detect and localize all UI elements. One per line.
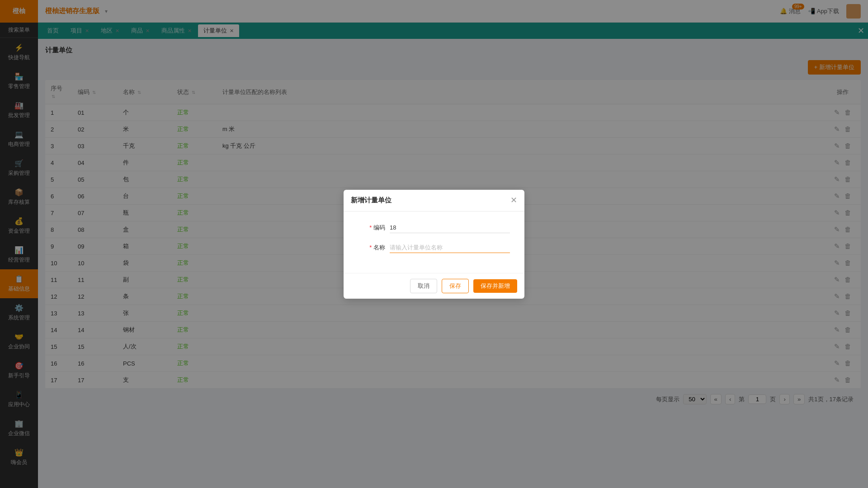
modal-body: 编码 名称 <box>344 211 524 273</box>
save-new-button[interactable]: 保存并新增 <box>473 279 517 293</box>
code-input[interactable] <box>390 222 510 233</box>
name-input[interactable] <box>390 242 510 253</box>
modal-footer: 取消 保存 保存并新增 <box>344 273 524 299</box>
cancel-button[interactable]: 取消 <box>410 279 437 293</box>
modal-close-button[interactable]: ✕ <box>510 196 517 204</box>
form-row-name: 名称 <box>358 242 510 253</box>
modal-title: 新增计量单位 <box>351 196 392 205</box>
save-button[interactable]: 保存 <box>442 279 469 293</box>
code-label: 编码 <box>358 224 385 232</box>
modal-header: 新增计量单位 ✕ <box>344 190 524 211</box>
add-unit-modal: 新增计量单位 ✕ 编码 名称 取消 保存 保存并新增 <box>344 190 524 299</box>
name-label: 名称 <box>358 244 385 252</box>
modal-overlay: 新增计量单位 ✕ 编码 名称 取消 保存 保存并新增 <box>0 0 868 488</box>
form-row-code: 编码 <box>358 222 510 233</box>
